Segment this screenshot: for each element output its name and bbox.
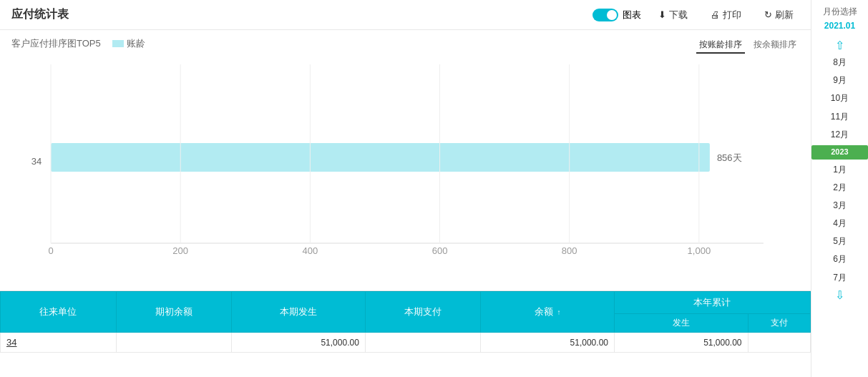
scroll-down-button[interactable]: ⇩ [832,287,849,304]
table-area: 往来单位 期初余额 本期发生 本期支付 余额 ↑ 本年累计 发生 支付 3451… [0,291,811,377]
svg-rect-1 [51,143,710,172]
sidebar-month-item[interactable]: 4月 [811,215,868,232]
sidebar-month-item[interactable]: 6月 [811,250,868,268]
chart-toggle-label: 图表 [623,9,641,21]
svg-text:400: 400 [303,245,318,256]
download-label: 下载 [669,9,688,21]
legend-top5-label: 客户应付排序图TOP5 [11,37,101,50]
data-table: 往来单位 期初余额 本期发生 本期支付 余额 ↑ 本年累计 发生 支付 3451… [0,291,811,353]
sort-by-balance-button[interactable]: 按账龄排序 [696,37,745,54]
sort-buttons: 按账龄排序 按余额排序 [696,37,799,54]
svg-text:856天: 856天 [717,152,742,163]
legend-aging-label: 账龄 [127,37,145,50]
sidebar-month-item[interactable]: 3月 [811,197,868,215]
chart-wrapper: 34 856天 0 200 400 600 800 1,000 [11,57,799,258]
table-row: 3451,000.0051,000.0051,000.00 [1,333,811,353]
sidebar-month-item[interactable]: 5月 [811,232,868,250]
sidebar-month-item[interactable]: 9月 [811,72,868,89]
col-ytd-payment-header: 支付 [748,314,810,333]
header-actions: 图表 ⬇ 下载 🖨 打印 ↻ 刷新 [593,6,799,24]
legend-item-top5: 客户应付排序图TOP5 [11,37,101,50]
right-sidebar: 月份选择 2021.01 ⇧ 8月9月10月11月12月20231月2月3月4月… [811,0,868,377]
chart-area: 客户应付排序图TOP5 账龄 按账龄排序 按余额排序 34 856天 [0,30,811,291]
sidebar-month-item[interactable]: 1月 [811,161,868,179]
cell-unit-link[interactable]: 34 [6,337,16,348]
sidebar-year[interactable]: 2021.01 [824,21,855,31]
svg-text:1,000: 1,000 [688,245,711,256]
svg-text:200: 200 [172,245,188,256]
sidebar-month-item[interactable]: 8月 [811,54,868,72]
svg-text:600: 600 [432,245,448,256]
cell-unit[interactable]: 34 [1,333,117,353]
sidebar-month-item[interactable]: 12月 [811,126,868,144]
chart-legend: 客户应付排序图TOP5 账龄 [11,37,799,50]
refresh-button[interactable]: ↻ 刷新 [759,6,799,24]
col-current-payment-header: 本期支付 [365,292,481,333]
svg-text:0: 0 [48,245,53,256]
print-label: 打印 [723,9,741,21]
col-balance-header: 余额 ↑ [481,292,615,333]
col-unit-header: 往来单位 [1,292,117,333]
sidebar-label: 月份选择 [823,6,857,18]
sidebar-month-item[interactable]: 7月 [811,269,868,287]
svg-text:800: 800 [562,245,577,256]
cell-opening [116,333,232,353]
refresh-icon: ↻ [764,9,772,20]
sidebar-month-item[interactable]: 2月 [811,179,868,197]
page-title: 应付统计表 [11,7,69,22]
refresh-label: 刷新 [775,9,794,21]
sort-by-amount-button[interactable]: 按余额排序 [751,37,799,54]
legend-color-aging [112,40,124,47]
col-current-occurrence-header: 本期发生 [232,292,366,333]
cell-ytd-occurrence: 51,000.00 [614,333,748,353]
sidebar-month-item[interactable]: 10月 [811,89,868,107]
legend-item-aging: 账龄 [112,37,145,50]
download-icon: ⬇ [658,9,666,20]
chart-svg: 34 856天 0 200 400 600 800 1,000 [11,57,799,258]
balance-sort-icon[interactable]: ↑ [557,308,561,316]
scroll-up-button[interactable]: ⇧ [832,36,849,54]
chart-toggle-container[interactable]: 图表 [593,9,641,21]
col-ytd-occurrence-header: 发生 [614,314,748,333]
month-list: 8月9月10月11月12月20231月2月3月4月5月6月7月 [811,54,868,287]
cell-current-payment [365,333,481,353]
sidebar-month-item[interactable]: 11月 [811,108,868,126]
svg-text:34: 34 [31,156,42,167]
chart-toggle[interactable] [593,9,618,21]
col-ytd-header: 本年累计 [614,292,810,314]
print-button[interactable]: 🖨 打印 [705,6,747,24]
sidebar-year-badge: 2023 [811,145,868,160]
cell-ytd-payment [748,333,810,353]
cell-current-occurrence: 51,000.00 [232,333,366,353]
download-button[interactable]: ⬇ 下载 [653,6,693,24]
cell-balance: 51,000.00 [481,333,615,353]
print-icon: 🖨 [711,9,720,20]
col-opening-header: 期初余额 [116,292,232,333]
